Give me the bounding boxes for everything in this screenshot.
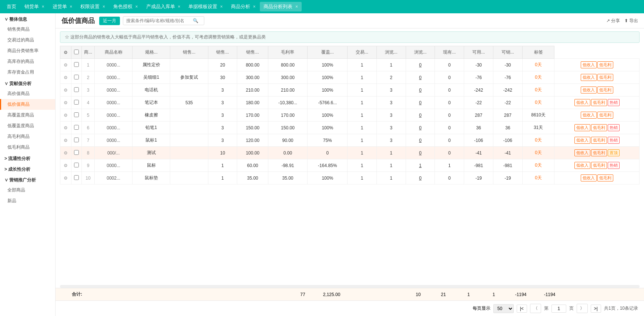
row-view1[interactable]: 0 [406,109,435,122]
sidebar-item-sales-goods[interactable]: 销售类商品 [0,24,55,35]
sidebar-item-all-goods[interactable]: 全部商品 [0,185,55,196]
sidebar-item-new-goods[interactable]: 新品 [0,196,55,206]
page-number-input[interactable] [551,305,566,313]
col-view2[interactable]: 浏览... [406,46,435,59]
row-stock2: 287 [493,109,523,122]
sidebar-item-high-value[interactable]: 高价值商品 [0,88,55,99]
nav-item-analysis-list[interactable]: 商品分析列表 × [260,2,302,11]
row-settings[interactable]: ⚙ [60,96,71,109]
sidebar-item-low-value[interactable]: 低价值商品 [0,99,55,110]
row-checkbox[interactable] [71,109,82,122]
col-s3[interactable]: 销售... [237,46,268,59]
sidebar-item-high-coverage[interactable]: 高覆盖度商品 [0,110,55,120]
next-page-button[interactable]: 〉 [577,304,588,313]
row-settings[interactable]: ⚙ [60,109,71,122]
col-stock3[interactable]: 可销... [493,46,523,59]
search-icon[interactable]: 🔍 [193,18,198,23]
col-checkbox[interactable] [71,46,82,59]
row-checkbox[interactable] [71,84,82,96]
row-view1[interactable]: 0 [406,96,435,109]
prev-page-button[interactable]: 〈 [530,304,541,313]
row-checkbox[interactable] [71,71,82,84]
sidebar-item-high-stock[interactable]: 高库存的商品 [0,56,55,67]
row-view1[interactable]: 0 [406,122,435,134]
sidebar-item-low-profit[interactable]: 低毛利商品 [0,142,55,153]
row-view1[interactable]: 0 [406,71,435,84]
total-view2: 1 [483,292,505,297]
tag-label: 热销 [608,137,620,144]
select-all-checkbox[interactable] [74,50,79,54]
section-marketing[interactable]: ∨ 营销推广分析 [0,174,55,185]
row-settings[interactable]: ⚙ [60,84,71,96]
row-stock1: 36 [464,122,493,134]
row-settings[interactable]: ⚙ [60,147,71,159]
nav-item-purchase[interactable]: 进货单 × [49,2,76,11]
nav-item-product[interactable]: 产成品入库单 × [142,2,184,11]
row-settings[interactable]: ⚙ [60,71,71,84]
section-overall[interactable]: ∨ 整体信息 [0,13,55,24]
row-trade: 3 [376,134,406,147]
col-tags[interactable]: 标签 [522,46,554,59]
sidebar-item-high-profit[interactable]: 高毛利商品 [0,131,55,142]
horizontal-scrollbar[interactable] [60,285,640,288]
sidebar-item-traded-goods[interactable]: 交易过的商品 [0,35,55,45]
sidebar-item-low-coverage[interactable]: 低覆盖度商品 [0,120,55,131]
row-cov: 1 [348,122,377,134]
col-view1[interactable]: 浏览... [376,46,406,59]
col-trade[interactable]: 交易... [348,46,377,59]
row-checkbox[interactable] [71,59,82,71]
row-view1[interactable]: 0 [406,59,435,71]
nav-item-home[interactable]: 首页 [3,2,20,11]
row-code: 0000... [95,109,133,122]
sidebar-item-category-sales[interactable]: 商品分类销售率 [0,45,55,56]
col-stock1[interactable]: 现有... [435,46,464,59]
row-gross: 75% [308,134,348,147]
per-page-select[interactable]: 50 100 200 [493,304,514,313]
last-page-button[interactable]: >| [591,305,601,313]
row-settings[interactable]: ⚙ [60,159,71,172]
section-circulation[interactable]: > 流通性分析 [0,153,55,163]
col-settings[interactable]: ⚙ [60,46,71,59]
nav-item-analysis[interactable]: 商品分析 × [227,2,259,11]
row-checkbox[interactable] [71,159,82,172]
first-page-button[interactable]: |< [517,305,527,313]
nav-item-role[interactable]: 角色授权 × [110,2,142,11]
col-gross[interactable]: 毛利率 [268,46,308,59]
row-settings[interactable]: ⚙ [60,172,71,184]
col-name[interactable]: 商品名称 [95,46,133,59]
section-growth[interactable]: > 成长性分析 [0,163,55,174]
col-coverage[interactable]: 覆盖... [308,46,348,59]
sidebar-item-stock-funds[interactable]: 库存资金占用 [0,67,55,78]
row-s2: 170.00 [237,109,268,122]
row-checkbox[interactable] [71,122,82,134]
row-checkbox[interactable] [71,96,82,109]
period-button[interactable]: 近一月 [99,17,120,25]
tag-label: 低收入 [581,61,597,68]
col-s2[interactable]: 销售... [208,46,237,59]
export-button[interactable]: ⬆ 导出 [624,18,638,24]
search-input[interactable] [126,18,193,23]
nav-item-permission[interactable]: 权限设置 × [77,2,109,11]
row-view1[interactable]: 0 [406,172,435,184]
col-s1[interactable]: 销售... [170,46,208,59]
row-settings[interactable]: ⚙ [60,122,71,134]
row-view1[interactable]: 1 [406,159,435,172]
row-view1[interactable]: 0 [406,84,435,96]
col-code[interactable]: 商... [82,46,95,59]
row-s1: 3 [208,84,237,96]
nav-item-template[interactable]: 单据模板设置 × [185,2,227,11]
col-stock2[interactable]: 可用... [464,46,493,59]
row-checkbox[interactable] [71,134,82,147]
table-container[interactable]: ⚙ 商... 商品名称 规格... 销售... 销售... 销售... 毛利率 … [56,46,644,285]
row-code: 0000... [95,84,133,96]
section-contribution[interactable]: ∨ 贡献值分析 [0,78,55,88]
row-checkbox[interactable] [71,147,82,159]
nav-item-sales[interactable]: 销货单 × [21,2,48,11]
row-checkbox[interactable] [71,172,82,184]
row-settings[interactable]: ⚙ [60,134,71,147]
col-spec[interactable]: 规格... [133,46,170,59]
row-view1[interactable]: 0 [406,147,435,159]
row-settings[interactable]: ⚙ [60,59,71,71]
share-button[interactable]: ↗ 分享 [606,18,620,24]
row-view1[interactable]: 0 [406,134,435,147]
